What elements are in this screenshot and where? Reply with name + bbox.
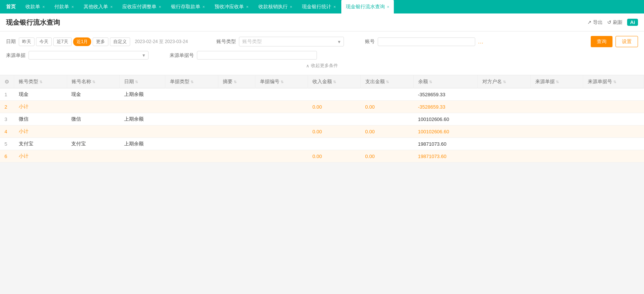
sort-icon: ⇅ [191,80,194,84]
cell-source-doc [530,150,583,163]
cell-source-doc-num [583,101,644,113]
sort-icon: ⇅ [429,80,432,84]
cell-counterparty [478,150,531,163]
cell-num: 1 [0,88,14,101]
th-doc-num[interactable]: 单据编号 ⇅ [255,75,308,88]
refresh-button[interactable]: ↺ 刷新 [607,19,623,26]
sort-icon: ⇅ [92,80,95,84]
th-expense[interactable]: 支出金额 ⇅ [361,75,414,88]
close-icon[interactable]: × [42,4,45,9]
sort-icon: ⇅ [556,80,559,84]
account-filter-group: 账号 ... [365,37,484,46]
cell-income [308,113,361,125]
filter-row-2: 来源单据 ▾ 来源单据号 [6,51,638,60]
table-row: 1现金现金上期余额-3528659.33 [0,88,644,101]
close-icon[interactable]: × [110,4,113,9]
th-doc-type[interactable]: 单据类型 ⇅ [165,75,218,88]
source-doc-filter-group: 来源单据 ▾ [6,51,149,60]
cell-date [120,150,165,163]
cell-account-type: 支付宝 [14,138,67,150]
close-icon[interactable]: × [246,4,248,9]
cell-expense [361,88,414,101]
nav-tab-adjustment[interactable]: 应收应付调整单 × [118,0,165,13]
date-filter-group: 日期 昨天 今天 近7天 近1月 更多 自定义 2023-02-24 至 202… [6,37,188,46]
cell-date: 上期余额 [120,138,165,150]
sort-icon: ⇅ [234,80,237,84]
cell-source-doc [530,125,583,138]
close-icon[interactable]: × [290,4,292,9]
account-label: 账号 [365,38,375,45]
cell-expense: 0.00 [361,101,414,113]
settings-button[interactable]: 设置 [615,36,638,47]
cell-account-type: 小计 [14,150,67,163]
account-type-label: 账号类型 [216,38,236,45]
cell-source-doc-num [583,113,644,125]
nav-tab-advance-offset[interactable]: 预收冲应收单 × [210,0,253,13]
date-label: 日期 [6,38,16,45]
cell-summary [218,150,255,163]
close-icon[interactable]: × [333,4,336,9]
account-input[interactable] [378,37,475,46]
sort-icon: ⇅ [39,80,42,84]
sort-icon: ⇅ [333,80,336,84]
cell-income: 0.00 [308,125,361,138]
th-source-doc-num[interactable]: 来源单据号 ⇅ [583,75,644,88]
th-income[interactable]: 收入金额 ⇅ [308,75,361,88]
date-range-display: 2023-02-24 至 2023-03-24 [135,39,188,45]
nav-tab-other-income[interactable]: 其他收入单 × [79,0,117,13]
cell-doc-num [255,113,308,125]
th-balance[interactable]: 余额 ⇅ [413,75,477,88]
nav-tab-receipts-exec[interactable]: 收款核销执行 × [254,0,297,13]
date-btn-more[interactable]: 更多 [93,37,108,46]
chevron-down-icon: ▾ [143,52,145,58]
th-settings[interactable]: ⚙ [0,75,14,88]
th-summary[interactable]: 摘要 ⇅ [218,75,255,88]
account-more-button[interactable]: ... [478,39,484,45]
cell-num: 6 [0,150,14,163]
cell-doc-type [165,150,218,163]
nav-tab-receipts[interactable]: 收款单 × [21,0,49,13]
cell-doc-type [165,138,218,150]
export-button[interactable]: ↗ 导出 [587,19,603,26]
nav-tab-payments[interactable]: 付款单 × [50,0,78,13]
account-type-select[interactable]: 账号类型 ▾ [239,37,344,46]
cell-account-name [67,150,120,163]
th-account-type[interactable]: 账号类型 ⇅ [14,75,67,88]
th-date[interactable]: 日期 ⇅ [120,75,165,88]
cell-account-type: 微信 [14,113,67,125]
close-icon[interactable]: × [159,4,161,9]
date-btn-yesterday[interactable]: 昨天 [19,37,35,46]
source-doc-label: 来源单据 [6,52,26,59]
nav-tab-bank-deposit[interactable]: 银行存取款单 × [167,0,209,13]
table-container: ⚙ 账号类型 ⇅ 账号名称 ⇅ 日期 [0,75,644,163]
cell-counterparty [478,101,531,113]
th-account-name[interactable]: 账号名称 ⇅ [67,75,120,88]
source-doc-select[interactable]: ▾ [29,51,149,60]
date-btn-1month[interactable]: 近1月 [73,37,92,46]
cell-account-type: 小计 [14,101,67,113]
cell-summary [218,101,255,113]
collapse-button[interactable]: ∧ 收起更多条件 [6,61,638,70]
cell-doc-num [255,138,308,150]
cell-num: 2 [0,101,14,113]
source-doc-num-input[interactable] [197,51,317,60]
th-source-doc[interactable]: 来源单据 ⇅ [530,75,583,88]
cell-expense: 0.00 [361,150,414,163]
query-button[interactable]: 查询 [591,36,612,47]
close-icon[interactable]: × [71,4,74,9]
ai-button[interactable]: Ai [627,19,638,26]
cell-balance: 100102606.60 [413,125,477,138]
close-icon[interactable]: × [387,4,389,9]
gear-icon[interactable]: ⚙ [5,79,9,85]
nav-home[interactable]: 首页 [2,0,20,13]
page-header: 现金银行流水查询 ↗ 导出 ↺ 刷新 Ai [0,13,644,31]
nav-tab-cash-flow[interactable]: 现金银行流水查询 × [341,0,394,13]
close-icon[interactable]: × [203,4,205,9]
date-btn-today[interactable]: 今天 [36,37,52,46]
sort-icon: ⇅ [135,80,138,84]
date-btn-7days[interactable]: 近7天 [53,37,72,46]
filter-row-1: 日期 昨天 今天 近7天 近1月 更多 自定义 2023-02-24 至 202… [6,36,638,47]
date-btn-custom[interactable]: 自定义 [110,37,130,46]
nav-tab-cash-stats[interactable]: 现金银行统计 × [297,0,340,13]
th-counterparty[interactable]: 对方户名 ⇅ [478,75,531,88]
